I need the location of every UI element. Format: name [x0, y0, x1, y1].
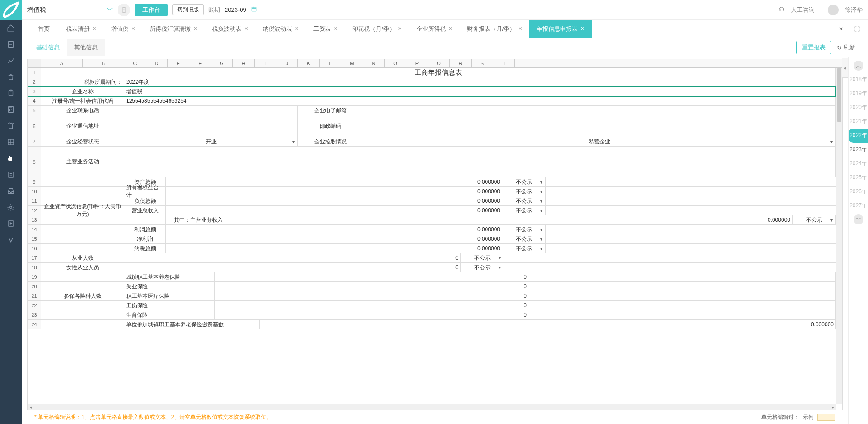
asset-val[interactable]: 0.000000 — [166, 196, 502, 205]
fullscreen-icon[interactable] — [851, 23, 863, 35]
dropdown[interactable]: 不公示 — [502, 196, 546, 205]
horizontal-scrollbar[interactable]: ◂▸ — [28, 404, 836, 410]
tab-财务报表（月/季）[interactable]: 财务报表（月/季）✕ — [460, 20, 530, 38]
avatar[interactable] — [828, 5, 839, 15]
period-value[interactable]: 2023-09 — [225, 6, 246, 13]
play-icon[interactable] — [0, 215, 22, 232]
col-J[interactable]: J — [276, 59, 298, 67]
note-icon[interactable] — [118, 4, 130, 16]
bag-icon[interactable] — [0, 69, 22, 85]
row-header[interactable]: 6 — [28, 115, 41, 137]
tab-增值税[interactable]: 增值税✕ — [104, 20, 142, 38]
close-icon[interactable]: ✕ — [518, 26, 522, 32]
year-2027年[interactable]: 2027年 — [849, 199, 868, 213]
ins-val[interactable]: 0 — [215, 310, 836, 319]
col-P[interactable]: P — [406, 59, 428, 67]
tab-首页[interactable]: 首页 — [29, 20, 59, 38]
company-selector[interactable]: 增值税 ﹀ — [27, 6, 113, 14]
row-header[interactable]: 20 — [28, 282, 41, 291]
close-icon[interactable]: ✕ — [580, 26, 585, 32]
row-header[interactable]: 16 — [28, 244, 41, 253]
row-header[interactable]: 1 — [28, 68, 41, 77]
col-S[interactable]: S — [472, 59, 493, 67]
home-icon[interactable] — [0, 20, 22, 36]
ins-val[interactable]: 0 — [215, 301, 836, 310]
col-F[interactable]: F — [189, 59, 211, 67]
close-icon[interactable]: ✕ — [448, 26, 453, 32]
year-2024年[interactable]: 2024年 — [849, 157, 868, 171]
close-icon[interactable]: ✕ — [131, 26, 135, 32]
row-header[interactable]: 18 — [28, 263, 41, 272]
asset-val[interactable]: 0.000000 — [166, 225, 502, 234]
row-header[interactable]: 17 — [28, 253, 41, 262]
row-header[interactable]: 10 — [28, 187, 41, 196]
asset-val[interactable]: 0.000000 — [166, 187, 502, 196]
col-R[interactable]: R — [450, 59, 472, 67]
dropdown[interactable]: 不公示 — [502, 225, 546, 234]
close-icon[interactable]: ✕ — [398, 26, 402, 32]
col-L[interactable]: L — [320, 59, 341, 67]
zip-val[interactable] — [363, 115, 836, 137]
year-down-icon[interactable]: ︾ — [854, 214, 863, 224]
subtab-basic[interactable]: 基础信息 — [29, 39, 67, 56]
year-2026年[interactable]: 2026年 — [849, 185, 868, 199]
row-header[interactable]: 3 — [28, 87, 41, 96]
row-header[interactable]: 11 — [28, 196, 41, 205]
switch-old-button[interactable]: 切到旧版 — [172, 4, 204, 15]
dropdown[interactable]: 私营企业 — [363, 137, 836, 146]
col-D[interactable]: D — [146, 59, 168, 67]
row-header[interactable]: 24 — [28, 320, 41, 329]
gear-icon[interactable] — [0, 199, 22, 215]
close-icon[interactable]: ✕ — [244, 26, 248, 32]
col-K[interactable]: K — [298, 59, 320, 67]
year-2019年[interactable]: 2019年 — [849, 86, 868, 100]
close-icon[interactable]: ✕ — [295, 26, 299, 32]
dropdown[interactable]: 不公示 — [461, 253, 504, 262]
asset-val[interactable]: 0.000000 — [166, 244, 502, 253]
close-icon[interactable]: ✕ — [92, 26, 96, 32]
asset-val[interactable]: 0.000000 — [166, 234, 502, 243]
calc-icon[interactable] — [0, 101, 22, 118]
doc-icon[interactable] — [0, 36, 22, 52]
spreadsheet[interactable]: ABCDEFGHIJKLMNOPQRST 1工商年报信息表2税款所属期间：202… — [27, 59, 843, 410]
col-G[interactable]: G — [211, 59, 233, 67]
transfer-icon[interactable] — [0, 167, 22, 183]
email-val[interactable] — [363, 106, 836, 115]
row-header[interactable]: 2 — [28, 77, 41, 86]
row-header[interactable]: 9 — [28, 177, 41, 186]
inbox-icon[interactable] — [0, 183, 22, 199]
row-header[interactable]: 7 — [28, 137, 41, 146]
col-E[interactable]: E — [168, 59, 189, 67]
subtab-other[interactable]: 其他信息 — [67, 39, 105, 56]
tab-税表清册[interactable]: 税表清册✕ — [59, 20, 104, 38]
tab-印花税（月/季）[interactable]: 印花税（月/季）✕ — [345, 20, 409, 38]
asset-val[interactable]: 0.000000 — [166, 206, 502, 215]
close-icon[interactable]: ✕ — [334, 26, 338, 32]
year-up-icon[interactable]: ︽ — [854, 61, 863, 71]
hand-icon[interactable] — [0, 150, 22, 167]
col-I[interactable]: I — [255, 59, 276, 67]
col-A[interactable]: A — [41, 59, 83, 67]
reset-button[interactable]: 重置报表 — [796, 41, 831, 54]
tab-企业所得税[interactable]: 企业所得税✕ — [409, 20, 460, 38]
year-2018年[interactable]: 2018年 — [849, 72, 868, 86]
collapse-handle[interactable]: ◂ — [842, 58, 848, 78]
refresh-button[interactable]: ↻刷新 — [831, 41, 861, 54]
dropdown[interactable]: 不公示 — [502, 177, 546, 186]
row-header[interactable]: 15 — [28, 234, 41, 243]
addr-val[interactable] — [124, 115, 298, 137]
col-O[interactable]: O — [385, 59, 406, 67]
phone-val[interactable] — [124, 106, 298, 115]
dropdown[interactable]: 不公示 — [502, 187, 546, 196]
grid-icon[interactable] — [0, 134, 22, 150]
asset-val[interactable]: 0.000000 — [231, 215, 793, 224]
calendar-icon[interactable] — [251, 6, 257, 14]
close-icon[interactable]: ✕ — [193, 26, 198, 32]
dropdown[interactable]: 不公示 — [793, 215, 836, 224]
col-Q[interactable]: Q — [428, 59, 450, 67]
dropdown[interactable]: 开业 — [124, 137, 298, 146]
row-header[interactable]: 13 — [28, 215, 41, 224]
dropdown[interactable]: 不公示 — [502, 244, 546, 253]
row-header[interactable]: 19 — [28, 272, 41, 281]
row-header[interactable]: 8 — [28, 147, 41, 177]
